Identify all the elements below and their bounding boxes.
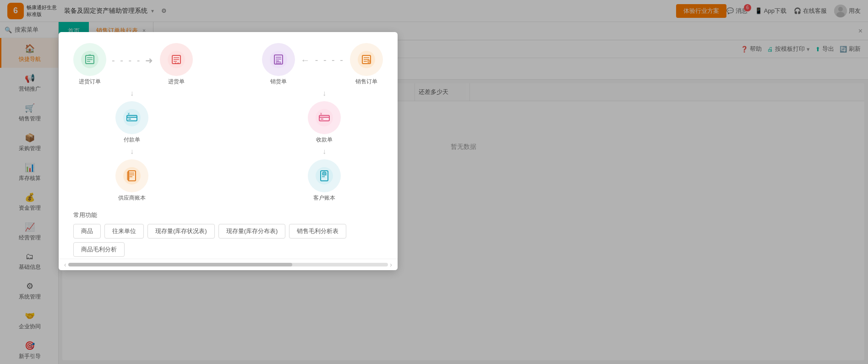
modal-body: 进货订单 - - - - ➜ 进货单 — [59, 32, 398, 259]
flow-section: 进货订单 - - - - ➜ 进货单 — [73, 43, 383, 202]
svg-rect-18 — [276, 62, 281, 64]
common-functions-title: 常用功能 — [73, 211, 383, 219]
svg-rect-33 — [321, 119, 323, 120]
receipt-slip-label: 收款单 — [316, 136, 333, 144]
svg-point-41 — [316, 167, 333, 185]
flow-node-receipt-slip: ¥ 收款单 — [308, 101, 341, 144]
arrow-ss-from-so: ← - - - - — [299, 55, 346, 65]
purchase-order-label: 进货订单 — [79, 78, 101, 86]
flow-node-payment-slip: ¥ 付款单 — [115, 101, 148, 144]
common-buttons-row-1: 商品 往来单位 现存量(库存状况表) 现存量(库存分布表) 销售毛利分析表 商品… — [73, 224, 383, 257]
flow-row-arrows: ↓ ↓ — [73, 89, 383, 98]
btn-counterpart[interactable]: 往来单位 — [104, 224, 144, 239]
purchase-slip-icon[interactable] — [160, 43, 193, 76]
flow-node-customer-ledger: 客户账本 — [308, 159, 341, 202]
svg-rect-40 — [127, 172, 129, 180]
scroll-left-icon[interactable]: ‹ — [62, 261, 68, 268]
svg-text:¥: ¥ — [128, 112, 130, 115]
modal-scrollbar: ‹ › — [59, 259, 398, 270]
arrow-down-ps: ↓ — [115, 89, 148, 98]
btn-sales-margin[interactable]: 销售毛利分析表 — [289, 224, 346, 239]
payment-slip-icon[interactable]: ¥ — [115, 101, 148, 134]
svg-rect-28 — [128, 119, 131, 120]
arrow-po-to-ps: - - - - ➜ — [110, 55, 156, 66]
payment-slip-label: 付款单 — [124, 136, 140, 144]
flow-row-1: 进货订单 - - - - ➜ 进货单 — [73, 43, 383, 86]
arrow-down-ss: ↓ — [308, 89, 341, 98]
svg-point-13 — [270, 51, 287, 68]
supplier-ledger-icon[interactable] — [115, 159, 148, 192]
flow-node-purchase-slip: 进货单 — [160, 43, 193, 86]
sales-slip-icon[interactable] — [262, 43, 295, 76]
sales-order-icon[interactable] — [350, 43, 383, 76]
scroll-thumb — [68, 263, 292, 266]
btn-product-margin[interactable]: 商品毛利分析 — [73, 242, 125, 257]
arrow-down-rec: ↓ — [308, 147, 341, 156]
btn-inventory-dist[interactable]: 现存量(库存分布表) — [218, 224, 286, 239]
modal-overlay[interactable]: 进货订单 - - - - ➜ 进货单 — [0, 0, 868, 364]
flow-modal: 进货订单 - - - - ➜ 进货单 — [59, 32, 398, 270]
purchase-slip-label: 进货单 — [168, 78, 185, 86]
svg-point-35 — [123, 167, 141, 185]
svg-point-46 — [322, 172, 326, 175]
customer-ledger-icon[interactable] — [308, 159, 341, 192]
customer-ledger-label: 客户账本 — [313, 194, 335, 202]
receipt-slip-icon[interactable]: ¥ — [308, 101, 341, 134]
btn-inventory-status[interactable]: 现存量(库存状况表) — [147, 224, 215, 239]
btn-product[interactable]: 商品 — [73, 224, 101, 239]
common-functions-section: 常用功能 商品 往来单位 现存量(库存状况表) 现存量(库存分布表) 销售毛利分… — [73, 211, 383, 259]
scroll-right-icon[interactable]: › — [388, 261, 394, 268]
arrow-down-pay: ↓ — [115, 147, 148, 156]
scroll-track[interactable] — [68, 263, 388, 266]
flow-row-5: 供应商账本 客户账本 — [73, 159, 383, 202]
sales-order-label: 销售订单 — [355, 78, 377, 86]
svg-text:¥: ¥ — [320, 112, 322, 115]
flow-node-sales-slip: 销货单 — [262, 43, 295, 86]
flow-row-arrows2: ↓ ↓ — [73, 147, 383, 156]
purchase-order-icon[interactable] — [73, 43, 106, 76]
flow-node-sales-order: 销售订单 — [350, 43, 383, 86]
sales-slip-label: 销货单 — [270, 78, 287, 86]
svg-rect-24 — [368, 60, 370, 63]
supplier-ledger-label: 供应商账本 — [118, 194, 146, 202]
flow-node-supplier-ledger: 供应商账本 — [115, 159, 148, 202]
flow-node-purchase-order: 进货订单 — [73, 43, 106, 86]
flow-row-3: ¥ 付款单 ¥ 收款单 — [73, 101, 383, 144]
